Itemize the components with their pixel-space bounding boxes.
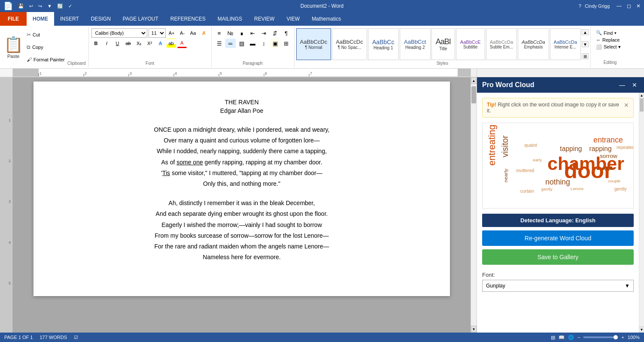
view-reading-btn[interactable]: 📖 <box>559 335 565 340</box>
bold-btn[interactable]: B <box>91 39 101 48</box>
tab-page-layout[interactable]: PAGE LAYOUT <box>117 12 164 26</box>
change-case-btn[interactable]: Aa <box>188 28 198 38</box>
clear-format-btn[interactable]: A̸ <box>199 28 209 38</box>
style-emphasis[interactable]: AaBbCcDa Emphasis <box>518 28 549 60</box>
shrink-font-btn[interactable]: A- <box>178 28 187 38</box>
svg-text:5: 5 <box>220 71 222 76</box>
minimize-btn[interactable]: — <box>617 3 622 9</box>
shading-btn[interactable]: ▣ <box>270 39 280 48</box>
close-btn[interactable]: ✕ <box>636 3 641 9</box>
style-heading1[interactable]: AaBbCc Heading 1 <box>368 28 399 60</box>
margin-num-1: 1 <box>9 82 11 122</box>
qat-more-btn[interactable]: ▼ <box>46 3 54 9</box>
zoom-out-btn[interactable]: − <box>577 335 580 340</box>
style-title[interactable]: AaBI Title <box>431 28 455 60</box>
style-heading2[interactable]: AaBbCct Heading 2 <box>400 28 431 60</box>
tab-view[interactable]: VIEW <box>280 12 306 26</box>
paste-button[interactable]: 📋 Paste <box>3 28 24 66</box>
document-page[interactable]: THE RAVEN Edgar Allan Poe ONCE upon a mi… <box>33 82 450 296</box>
tab-file[interactable]: FILE <box>0 12 27 26</box>
borders-btn[interactable]: ⊞ <box>281 39 292 48</box>
view-print-layout-btn[interactable]: ▤ <box>551 335 555 340</box>
panel-scroll-down-btn[interactable]: ▼ <box>639 327 644 333</box>
save-gallery-btn[interactable]: Save to Gallery <box>482 249 634 265</box>
undo-qat-btn[interactable]: ↩ <box>27 3 35 10</box>
spell-check-btn[interactable]: ✓ <box>67 3 74 10</box>
italic-btn[interactable]: I <box>102 39 112 48</box>
tab-design[interactable]: DESIGN <box>85 12 117 26</box>
style-subtitle[interactable]: AaBbCcE Subtitle <box>456 28 485 60</box>
style-normal[interactable]: AaBbCcDc ¶ Normal <box>296 28 331 60</box>
regenerate-btn[interactable]: Re-generate Word Cloud <box>482 230 634 246</box>
format-painter-button[interactable]: 🖌 Format Painter <box>26 56 66 63</box>
svg-text:upon: upon <box>602 165 613 171</box>
bullets-btn[interactable]: ≡ <box>214 28 225 38</box>
zoom-slider[interactable] <box>583 336 618 338</box>
panel-scroll-thumb[interactable] <box>640 99 644 112</box>
text-highlight-btn[interactable]: ab <box>167 39 176 48</box>
panel-close-btn[interactable]: ✕ <box>630 82 639 88</box>
scroll-up-btn[interactable]: ▲ <box>471 77 477 84</box>
user-name[interactable]: Cindy Grigg <box>585 3 610 9</box>
superscript-btn[interactable]: X² <box>145 39 155 48</box>
grow-font-btn[interactable]: A+ <box>167 28 176 38</box>
increase-indent-btn[interactable]: ⇥ <box>259 28 269 38</box>
some-one-underline: some one <box>176 159 203 166</box>
tab-insert[interactable]: INSERT <box>54 12 85 26</box>
scroll-down-btn[interactable]: ▼ <box>471 326 477 333</box>
find-dropdown[interactable]: ▾ <box>614 31 617 35</box>
underline-btn[interactable]: U <box>113 39 122 48</box>
tab-home[interactable]: HOME <box>27 12 54 26</box>
scroll-thumb[interactable] <box>471 86 476 103</box>
tab-references[interactable]: REFERENCES <box>164 12 212 26</box>
cut-button[interactable]: ✂ Cut <box>26 31 66 38</box>
panel-minimize-btn[interactable]: ― <box>617 82 627 88</box>
help-icon[interactable]: ? <box>579 3 581 9</box>
decrease-indent-btn[interactable]: ⇤ <box>248 28 258 38</box>
line-spacing-btn[interactable]: ↕ <box>259 39 269 48</box>
show-hide-btn[interactable]: ¶ <box>281 28 292 38</box>
tip-close-btn[interactable]: ✕ <box>624 102 629 109</box>
font-section: Font: Gunplay ▼ <box>482 272 634 292</box>
panel-scrollbar[interactable]: ▲ ▼ <box>639 93 644 333</box>
zoom-in-btn[interactable]: + <box>621 335 624 340</box>
autosave-btn[interactable]: 🔄 <box>55 3 65 10</box>
zoom-bar <box>583 336 618 338</box>
subscript-btn[interactable]: X₂ <box>134 39 144 48</box>
sort-btn[interactable]: ⇵ <box>270 28 280 38</box>
font-size-select[interactable]: 11 <box>149 28 166 38</box>
tab-review[interactable]: REVIEW <box>248 12 280 26</box>
document-scroll-area[interactable]: THE RAVEN Edgar Allan Poe ONCE upon a mi… <box>13 77 471 333</box>
wordcloud-image[interactable]: door chamber entreating visitor tapping … <box>482 123 634 209</box>
find-button[interactable]: 🔍 Find ▾ <box>594 29 626 36</box>
document-scrollbar[interactable]: ▲ ▼ <box>471 77 477 333</box>
tab-mathematics[interactable]: Mathematics <box>306 12 347 26</box>
redo-qat-btn[interactable]: ↪ <box>36 3 44 10</box>
style-intense[interactable]: AaBbCcDa Intense E... <box>550 28 581 60</box>
multilevel-btn[interactable]: ∎ <box>237 28 247 38</box>
align-left-btn[interactable]: ☰ <box>214 39 225 48</box>
font-name-select[interactable]: Calibri (Body) <box>91 28 147 38</box>
text-effects-btn[interactable]: A <box>156 39 165 48</box>
copy-button[interactable]: ⧉ Copy <box>26 44 66 51</box>
style-no-space[interactable]: AaBbCcDc ¶ No Spac... <box>332 28 367 60</box>
numbering-btn[interactable]: № <box>225 28 236 38</box>
font-dropdown[interactable]: Gunplay ▼ <box>482 280 634 292</box>
strikethrough-btn[interactable]: ab <box>124 39 133 48</box>
panel-scroll-up-btn[interactable]: ▲ <box>639 93 644 99</box>
replace-button[interactable]: ↔ Replace <box>594 36 626 43</box>
align-center-btn[interactable]: ═ <box>225 39 236 48</box>
tab-mailings[interactable]: MAILINGS <box>212 12 248 26</box>
styles-expand-btn[interactable]: ⊞ <box>582 53 589 59</box>
font-color-btn[interactable]: A <box>177 39 187 48</box>
align-right-btn[interactable]: ▨ <box>237 39 247 48</box>
style-subtle-emphasis[interactable]: AaBbCcDa Subtle Em... <box>486 28 517 60</box>
justify-btn[interactable]: ▬ <box>248 39 258 48</box>
styles-scroll-up[interactable]: ▲ <box>582 29 589 35</box>
styles-scroll-down[interactable]: ▼ <box>582 41 589 47</box>
restore-btn[interactable]: ◻ <box>627 3 631 9</box>
zoom-thumb[interactable] <box>614 335 618 339</box>
save-qat-btn[interactable]: 💾 <box>16 3 26 10</box>
select-button[interactable]: ⬜ Select ▾ <box>594 43 626 51</box>
view-web-btn[interactable]: 🌐 <box>568 335 574 340</box>
